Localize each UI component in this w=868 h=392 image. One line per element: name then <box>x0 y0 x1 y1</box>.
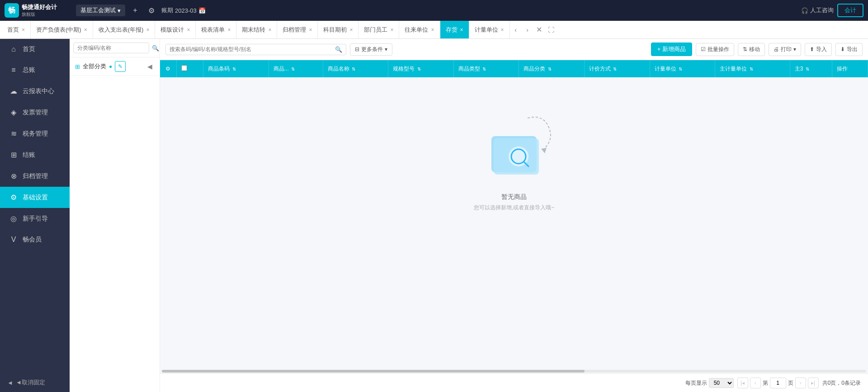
print-chevron-icon: ▾ <box>793 46 796 52</box>
search-row: 🔍 ⊟ 更多条件 ▾ + 新增商品 ☑ 批量操作 <box>160 39 868 60</box>
per-page-selector: 每页显示 50 100 200 <box>685 378 734 388</box>
col-settings[interactable]: ⚙ <box>160 60 176 77</box>
sidebar-label: 新手引导 <box>23 215 48 223</box>
product-search-input[interactable] <box>170 46 332 52</box>
horizontal-scrollbar[interactable] <box>160 369 868 373</box>
tab-period-transfer[interactable]: 期末结转 × <box>236 21 277 39</box>
col-code[interactable]: 商品... ⇅ <box>269 60 323 77</box>
tab-contacts[interactable]: 往来单位 × <box>399 21 440 39</box>
tab-inventory[interactable]: 存货 × <box>440 21 469 39</box>
col-barcode[interactable]: 商品条码 ⇅ <box>203 60 269 77</box>
sidebar-label: 税务管理 <box>23 130 48 138</box>
tab-archive[interactable]: 归档管理 × <box>277 21 318 39</box>
sidebar-collapse-button[interactable]: ◄ ◄取消固定 <box>0 373 70 392</box>
tab-close-homepage[interactable]: × <box>22 27 25 33</box>
sidebar-item-home[interactable]: ⌂ 首页 <box>0 39 70 60</box>
col-main-unit[interactable]: 主计量单位 ⇅ <box>715 60 790 77</box>
col-price-method[interactable]: 计价方式 ⇅ <box>585 60 650 77</box>
tab-close-archive[interactable]: × <box>309 27 312 33</box>
col-type[interactable]: 商品类型 ⇅ <box>453 60 519 77</box>
search-icon[interactable]: 🔍 <box>335 46 342 53</box>
scrollbar-thumb[interactable] <box>162 370 585 373</box>
sidebar-item-invoice[interactable]: ◈ 发票管理 <box>0 102 70 123</box>
tab-balance-sheet[interactable]: 资产负债表(中期) × <box>31 21 93 39</box>
calendar-icon[interactable]: 📅 <box>198 7 206 14</box>
tab-close-inventory[interactable]: × <box>460 27 463 33</box>
col-operation: 操作 <box>832 60 868 77</box>
sidebar-item-archive[interactable]: ⊗ 归档管理 <box>0 165 70 187</box>
tab-close-tax[interactable]: × <box>227 27 231 33</box>
sidebar-item-member[interactable]: V 畅会员 <box>0 229 70 250</box>
sidebar-item-settings[interactable]: ⚙ 基础设置 <box>0 187 70 208</box>
export-button[interactable]: ⬇ 导出 <box>835 43 863 56</box>
pagination: |◂ ‹ 第 页 › ▸| <box>737 378 819 388</box>
sidebar-item-cloud-report[interactable]: ☁ 云报表中心 <box>0 80 70 102</box>
add-tab-button[interactable]: + <box>129 4 142 17</box>
tab-maximize-button[interactable]: ⛶ <box>545 21 557 39</box>
period-label: 账期 <box>161 6 173 14</box>
tab-bar: 首页 × 资产负债表(中期) × 收入支出表(年报) × 模版设计 × 税表清单… <box>0 21 868 39</box>
tab-subject-init[interactable]: 科目期初 × <box>318 21 359 39</box>
tab-label: 收入支出表(年报) <box>99 26 144 34</box>
sidebar-label: 结账 <box>23 151 35 159</box>
sidebar-label: 云报表中心 <box>23 87 54 95</box>
company-selector[interactable]: 基层工会测试 ▾ <box>76 5 125 16</box>
tab-homepage[interactable]: 首页 × <box>2 21 31 39</box>
tab-close-income[interactable]: × <box>146 27 149 33</box>
table-footer: 每页显示 50 100 200 |◂ ‹ 第 页 › <box>160 373 868 392</box>
page-label: 第 <box>763 379 768 387</box>
tab-close-unit[interactable]: × <box>501 27 504 33</box>
import-button[interactable]: ⬆ 导入 <box>805 43 832 56</box>
move-button[interactable]: ⇅ 移动 <box>738 43 765 56</box>
sidebar-item-close-period[interactable]: ⊞ 结账 <box>0 144 70 165</box>
main-layout: ⌂ 首页 ≡ 总账 ☁ 云报表中心 ◈ 发票管理 ≋ 税务管理 ⊞ 结账 ⊗ 归… <box>0 39 868 392</box>
tab-income-statement[interactable]: 收入支出表(年报) × <box>93 21 156 39</box>
per-page-select-input[interactable]: 50 100 200 <box>709 378 734 388</box>
account-button[interactable]: 会计 <box>837 4 863 17</box>
logo-icon: 畅 <box>5 3 19 18</box>
category-collapse-button[interactable]: ◀ <box>145 62 154 71</box>
tab-close-dept[interactable]: × <box>390 27 393 33</box>
page-number-input[interactable] <box>770 378 786 388</box>
sidebar-item-tax[interactable]: ≋ 税务管理 <box>0 123 70 144</box>
print-button[interactable]: 🖨 打印 ▾ <box>769 43 801 56</box>
tab-close-period[interactable]: × <box>268 27 271 33</box>
home-icon: ⌂ <box>9 45 18 53</box>
tab-tax-list[interactable]: 税表清单 × <box>196 21 236 39</box>
member-icon: V <box>9 236 18 244</box>
content-area: 🔍 ⊞ 全部分类 ● ✎ ◀ 🔍 <box>70 39 868 392</box>
tab-close-balance[interactable]: × <box>84 27 87 33</box>
tab-department[interactable]: 部门员工 × <box>359 21 399 39</box>
add-product-button[interactable]: + 新增商品 <box>651 43 692 56</box>
settings-button[interactable]: ⚙ <box>145 4 158 17</box>
col-unit[interactable]: 计量单位 ⇅ <box>650 60 715 77</box>
tab-prev-button[interactable]: ‹ <box>510 21 522 39</box>
tab-close-template[interactable]: × <box>187 27 190 33</box>
tab-unit[interactable]: 计量单位 × <box>469 21 510 39</box>
tab-template-design[interactable]: 模版设计 × <box>155 21 196 39</box>
archive-icon: ⊗ <box>9 172 18 180</box>
batch-operation-button[interactable]: ☑ 批量操作 <box>696 43 734 56</box>
prev-page-button[interactable]: ‹ <box>750 378 761 388</box>
category-edit-button[interactable]: ✎ <box>115 61 126 72</box>
first-page-button[interactable]: |◂ <box>737 378 748 388</box>
select-all-checkbox[interactable] <box>181 65 187 71</box>
col-checkbox[interactable] <box>176 60 203 77</box>
category-search-icon[interactable]: 🔍 <box>152 45 159 52</box>
search-input-wrap: 🔍 <box>165 44 346 55</box>
more-filter-button[interactable]: ⊟ 更多条件 ▾ <box>350 43 392 56</box>
tab-close-all-button[interactable]: ✕ <box>533 21 545 39</box>
tab-close-subject[interactable]: × <box>349 27 353 33</box>
col-category[interactable]: 商品分类 ⇅ <box>519 60 585 77</box>
col-extra[interactable]: 主3 ⇅ <box>790 60 832 77</box>
sidebar-item-ledger[interactable]: ≡ 总账 <box>0 60 70 80</box>
category-search-input[interactable] <box>73 43 149 53</box>
tab-next-button[interactable]: › <box>522 21 533 39</box>
tab-close-contacts[interactable]: × <box>431 27 434 33</box>
sidebar-item-guide[interactable]: ◎ 新手引导 <box>0 208 70 229</box>
col-spec[interactable]: 规格型号 ⇅ <box>388 60 454 77</box>
last-page-button[interactable]: ▸| <box>808 378 819 388</box>
next-page-button[interactable]: › <box>795 378 806 388</box>
ai-consult-button[interactable]: 🎧 人工咨询 <box>801 6 834 14</box>
col-name[interactable]: 商品名称 ⇅ <box>323 60 388 77</box>
